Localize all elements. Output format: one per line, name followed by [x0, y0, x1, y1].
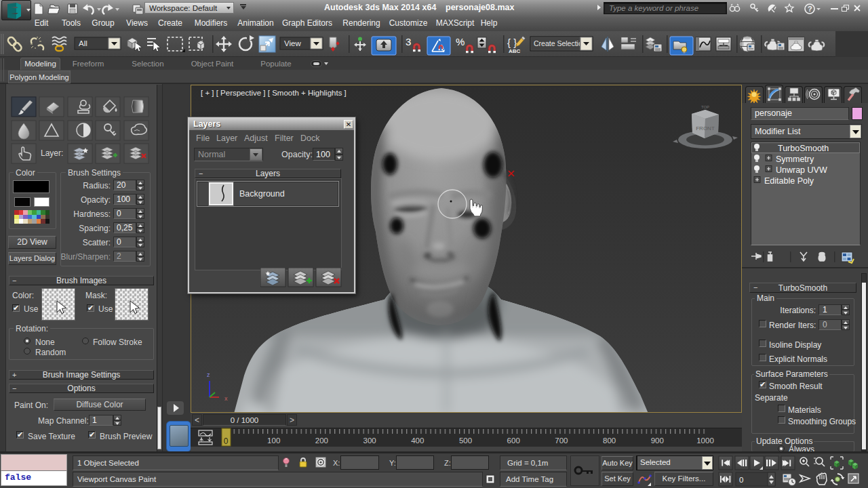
- svg-text:All: All: [79, 39, 87, 47]
- svg-text:400: 400: [411, 436, 424, 445]
- svg-text:800: 800: [603, 436, 616, 445]
- svg-text:View: View: [284, 39, 301, 47]
- svg-text:200: 200: [315, 436, 328, 445]
- svg-text:600: 600: [507, 436, 520, 445]
- svg-text:%: %: [456, 36, 465, 47]
- svg-text:?: ?: [808, 5, 812, 13]
- svg-text:ABC: ABC: [509, 48, 521, 54]
- svg-text:500: 500: [459, 436, 472, 445]
- svg-text:Editable Poly: Editable Poly: [764, 176, 814, 186]
- svg-text:700: 700: [555, 436, 568, 445]
- svg-text:300: 300: [363, 436, 376, 445]
- svg-text:FRONT: FRONT: [696, 125, 715, 131]
- svg-text:z: z: [207, 371, 210, 378]
- svg-text:Symmetry: Symmetry: [776, 155, 814, 164]
- svg-text:1000: 1000: [696, 436, 714, 445]
- svg-text:100: 100: [267, 436, 280, 445]
- svg-text:TOP: TOP: [701, 105, 709, 109]
- svg-text:{ }: { }: [507, 37, 517, 48]
- svg-text:x: x: [224, 395, 228, 402]
- svg-text:0: 0: [224, 436, 229, 446]
- svg-text:Unwrap UVW: Unwrap UVW: [776, 165, 827, 175]
- svg-text:[ + ] [ Perspective ] [ Smooth: [ + ] [ Perspective ] [ Smooth + Highlig…: [201, 89, 347, 97]
- svg-text:0: 0: [739, 476, 743, 484]
- svg-text:900: 900: [651, 436, 664, 445]
- svg-text:TurboSmooth: TurboSmooth: [778, 144, 829, 153]
- svg-text:3: 3: [406, 36, 411, 47]
